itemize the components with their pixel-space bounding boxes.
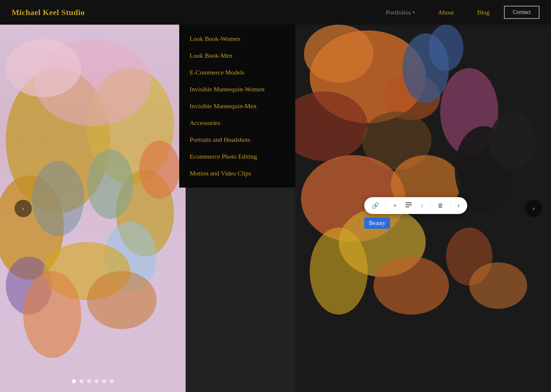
dropdown-portraits-headshots[interactable]: Portraits and Headshots xyxy=(179,131,295,148)
site-title[interactable]: Michael Keel Studio xyxy=(12,8,85,17)
chevron-down-icon: ▾ xyxy=(413,10,415,15)
svg-point-20 xyxy=(304,25,374,83)
trash-icon: 🗑 xyxy=(438,202,443,209)
chevron-left-icon: ‹ xyxy=(22,204,24,212)
toolbar-link-button[interactable]: 🔗 xyxy=(370,201,381,210)
main-content: ‹ Look Book-Women Look Book-Men E-Commer… xyxy=(0,25,551,392)
dropdown-invisible-mannequin-women[interactable]: Invisible Mannequin-Women xyxy=(179,81,295,98)
portfolios-label: Portfolios xyxy=(386,9,411,16)
chevron-right-icon: › xyxy=(458,202,460,209)
svg-rect-16 xyxy=(405,204,412,205)
dropdown-invisible-mannequin-men[interactable]: Invisible Mannequin-Men xyxy=(179,98,295,115)
link-icon: 🔗 xyxy=(372,202,379,209)
svg-rect-17 xyxy=(405,206,409,207)
dropdown-look-book-women[interactable]: Look Book-Women xyxy=(179,30,295,47)
dropdown-accessories[interactable]: Accessories xyxy=(179,115,295,131)
contact-button[interactable]: Contact xyxy=(504,6,539,19)
nav-about[interactable]: About xyxy=(426,9,465,16)
edit-toolbar: 🔗 + ↑ 🗑 xyxy=(364,197,467,214)
slide-dot-6[interactable] xyxy=(110,379,114,383)
main-nav: Portfolios ▾ About Blog Contact xyxy=(374,6,539,19)
svg-rect-15 xyxy=(405,202,412,203)
header: Michael Keel Studio Portfolios ▾ About B… xyxy=(0,0,551,25)
upload-icon: ↑ xyxy=(420,202,423,209)
nav-portfolios[interactable]: Portfolios ▾ xyxy=(374,9,426,16)
dropdown-motion-video-clips[interactable]: Motion and Video Clips xyxy=(179,165,295,182)
beauty-tag[interactable]: Beauty xyxy=(364,217,390,229)
slide-dot-4[interactable] xyxy=(95,379,99,383)
dropdown-look-book-men[interactable]: Look Book-Men xyxy=(179,47,295,64)
portrait-section: ‹ xyxy=(0,25,186,392)
toolbar-divider-1 xyxy=(386,202,386,209)
toolbar-upload-button[interactable]: ↑ xyxy=(419,201,425,210)
svg-point-23 xyxy=(429,25,463,71)
plus-icon: + xyxy=(393,202,397,209)
toolbar-divider-3 xyxy=(450,202,451,209)
nav-blog[interactable]: Blog xyxy=(465,9,501,16)
toolbar-add-button[interactable]: + xyxy=(392,201,398,210)
svg-point-35 xyxy=(469,262,527,309)
dropdown-e-commerce-models[interactable]: E-Commerce Models xyxy=(179,64,295,81)
portfolios-dropdown: Look Book-Women Look Book-Men E-Commerce… xyxy=(179,25,295,188)
next-slide-button[interactable]: › xyxy=(525,200,542,217)
svg-point-32 xyxy=(310,228,368,315)
toolbar-content-button[interactable] xyxy=(404,201,414,210)
slide-dot-3[interactable] xyxy=(87,379,91,383)
slide-dot-5[interactable] xyxy=(102,379,106,383)
svg-point-33 xyxy=(374,257,449,315)
prev-slide-button[interactable]: ‹ xyxy=(14,200,32,217)
chevron-right-icon-nav: › xyxy=(532,204,535,212)
svg-point-30 xyxy=(490,112,536,170)
content-icon xyxy=(405,202,412,209)
toolbar-divider-2 xyxy=(430,202,431,209)
slide-dot-2[interactable] xyxy=(79,379,84,383)
dropdown-ecommerce-photo-editing[interactable]: Ecommerce Photo Editing xyxy=(179,148,295,165)
toolbar-delete-button[interactable]: 🗑 xyxy=(436,201,445,210)
slide-dot-1[interactable] xyxy=(72,379,76,383)
slide-dots xyxy=(72,379,114,383)
toolbar-more-button[interactable]: › xyxy=(456,201,461,210)
